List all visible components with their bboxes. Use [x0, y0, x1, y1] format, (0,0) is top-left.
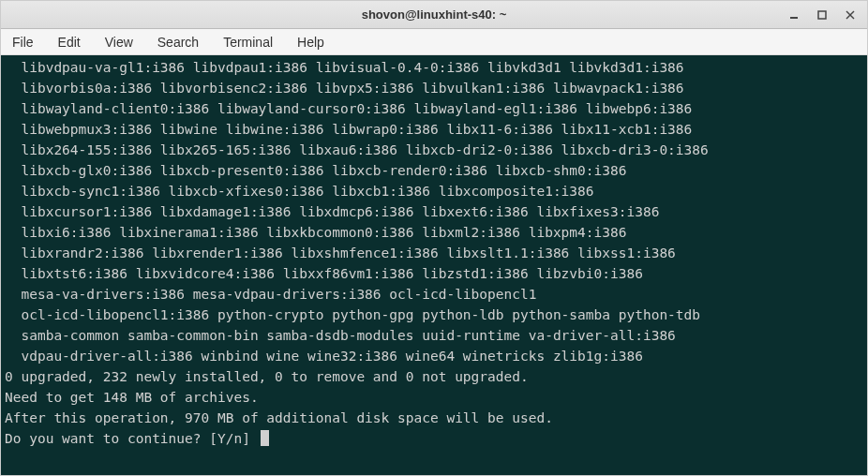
terminal-line: libxtst6:i386 libxvidcore4:i386 libxxf86… [5, 263, 863, 284]
terminal-window: shovon@linuxhint-s40: ~ File Edit View S… [0, 0, 868, 476]
terminal-line: ocl-icd-libopencl1:i386 python-crypto py… [5, 305, 863, 325]
terminal-line: libwebpmux3:i386 libwine libwine:i386 li… [5, 119, 863, 140]
terminal-line: samba-common samba-common-bin samba-dsdb… [5, 325, 863, 346]
terminal-line: Do you want to continue? [Y/n] [5, 428, 863, 449]
menu-view[interactable]: View [101, 33, 137, 52]
terminal-line: vdpau-driver-all:i386 winbind wine wine3… [5, 346, 863, 366]
menu-terminal[interactable]: Terminal [219, 33, 277, 52]
terminal-line: libxcb-sync1:i386 libxcb-xfixes0:i386 li… [5, 181, 863, 201]
terminal-output[interactable]: libvdpau-va-gl1:i386 libvdpau1:i386 libv… [1, 55, 867, 475]
menu-search[interactable]: Search [154, 33, 202, 52]
terminal-line: libxcb-glx0:i386 libxcb-present0:i386 li… [5, 160, 863, 181]
svg-rect-1 [818, 11, 826, 19]
terminal-line: libxi6:i386 libxinerama1:i386 libxkbcomm… [5, 222, 863, 243]
window-title: shovon@linuxhint-s40: ~ [362, 7, 507, 22]
terminal-line: libvorbis0a:i386 libvorbisenc2:i386 libv… [5, 78, 863, 98]
terminal-cursor [261, 430, 269, 446]
terminal-line: 0 upgraded, 232 newly installed, 0 to re… [5, 366, 863, 387]
titlebar: shovon@linuxhint-s40: ~ [1, 1, 867, 29]
svg-rect-0 [790, 17, 798, 19]
terminal-line: libxrandr2:i386 libxrender1:i386 libxshm… [5, 243, 863, 263]
terminal-line: After this operation, 970 MB of addition… [5, 408, 863, 428]
terminal-line: Need to get 148 MB of archives. [5, 387, 863, 408]
terminal-line: libx264-155:i386 libx265-165:i386 libxau… [5, 140, 863, 160]
menu-help[interactable]: Help [293, 33, 328, 52]
minimize-button[interactable] [781, 5, 807, 25]
menu-edit[interactable]: Edit [54, 33, 84, 52]
menu-file[interactable]: File [8, 33, 37, 52]
terminal-line: mesa-va-drivers:i386 mesa-vdpau-drivers:… [5, 284, 863, 305]
close-button[interactable] [837, 5, 863, 25]
window-controls [781, 5, 863, 25]
menubar: File Edit View Search Terminal Help [1, 29, 867, 55]
terminal-line: libwayland-client0:i386 libwayland-curso… [5, 98, 863, 119]
maximize-button[interactable] [809, 5, 835, 25]
terminal-line: libvdpau-va-gl1:i386 libvdpau1:i386 libv… [5, 57, 863, 78]
terminal-line: libxcursor1:i386 libxdamage1:i386 libxdm… [5, 201, 863, 222]
